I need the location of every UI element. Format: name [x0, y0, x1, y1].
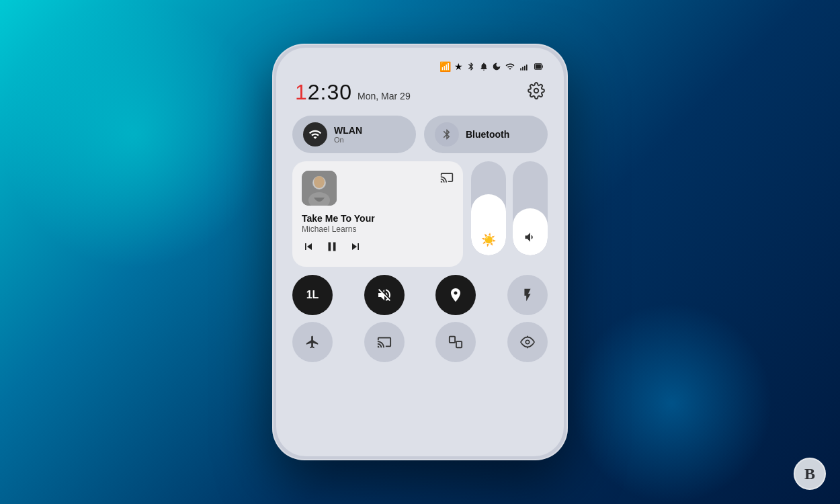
volume-icon: [523, 230, 537, 247]
bell-icon-status: [479, 62, 489, 71]
svg-rect-5: [542, 65, 543, 68]
media-sliders-row: Take Me To Your Michael Learns: [290, 161, 550, 267]
wifi-icon-status: [505, 62, 515, 71]
mute-button[interactable]: [364, 275, 405, 315]
location-button[interactable]: [435, 275, 476, 315]
status-icons: 📶 ★: [439, 61, 545, 72]
wlan-sub: On: [334, 136, 362, 144]
clock-remaining: 2:30: [308, 80, 352, 104]
svg-rect-1: [522, 67, 523, 71]
wlan-toggle[interactable]: WLAN On: [292, 116, 416, 153]
status-bar: 📶 ★: [290, 58, 550, 77]
airplane-icon: [305, 335, 320, 349]
wlan-label: WLAN: [334, 125, 362, 136]
location-icon: [448, 287, 464, 303]
multiwindow-icon: [448, 335, 463, 349]
svg-rect-2: [524, 66, 526, 71]
bluetooth-text: Bluetooth: [466, 129, 509, 140]
quick-actions-row2: [290, 322, 550, 362]
media-controls: [302, 239, 454, 257]
signal-icon-status: [519, 62, 530, 71]
flashlight-button[interactable]: [507, 275, 548, 315]
eye-mode-button[interactable]: [507, 322, 548, 362]
phone-frame: 📶 ★ 12:30 Mon, Mar 29: [272, 44, 568, 460]
wlan-icon: [303, 122, 327, 146]
airplane-button[interactable]: [292, 322, 333, 362]
svg-point-7: [534, 88, 539, 93]
bluetooth-status-icon: 📶: [439, 61, 451, 72]
clock-time: 12:30: [295, 80, 352, 105]
watermark: B: [793, 457, 827, 491]
svg-rect-14: [456, 341, 462, 347]
svg-point-15: [526, 340, 530, 344]
clock-row: 12:30 Mon, Mar 29: [290, 77, 550, 116]
svg-point-12: [314, 176, 325, 188]
album-art: [302, 171, 337, 206]
toggle-row: WLAN On Bluetooth: [290, 116, 550, 153]
bluetooth-icon-status: [466, 62, 476, 71]
svg-rect-0: [520, 68, 521, 71]
cast-icon[interactable]: [440, 171, 454, 187]
screencast-button[interactable]: [364, 322, 405, 362]
media-top: [302, 171, 454, 206]
bluetooth-label: Bluetooth: [466, 129, 509, 140]
settings-button[interactable]: [528, 82, 545, 103]
oneL-label: 1L: [306, 289, 319, 301]
mute-icon: [376, 287, 392, 303]
next-button[interactable]: [349, 240, 362, 257]
moon-icon-status: [492, 62, 501, 71]
clock-red-digit: 1: [295, 80, 308, 104]
svg-text:B: B: [804, 465, 815, 482]
quick-actions-row1: 1L: [290, 275, 550, 315]
multiwindow-button[interactable]: [435, 322, 476, 362]
brightness-slider[interactable]: ☀️: [471, 161, 506, 255]
prev-button[interactable]: [302, 240, 315, 257]
flashlight-icon: [520, 288, 535, 302]
screencast-icon: [377, 335, 392, 349]
volume-slider[interactable]: [513, 161, 548, 255]
eye-icon: [520, 335, 535, 349]
svg-rect-13: [450, 337, 455, 343]
media-info: Take Me To Your Michael Learns: [302, 212, 454, 234]
bg-glow-left: [0, 0, 269, 269]
bluetooth-toggle[interactable]: Bluetooth: [424, 116, 548, 153]
oneL-button[interactable]: 1L: [292, 275, 333, 315]
media-title: Take Me To Your: [302, 212, 454, 224]
phone-screen: 📶 ★ 12:30 Mon, Mar 29: [276, 48, 564, 456]
brightness-icon: ☀️: [481, 233, 496, 247]
svg-rect-3: [526, 65, 528, 71]
bluetooth-icon: [435, 122, 459, 146]
svg-rect-6: [536, 65, 541, 69]
clock-date: Mon, Mar 29: [358, 91, 411, 101]
media-artist: Michael Learns: [302, 224, 454, 234]
sliders-col: ☀️: [471, 161, 548, 267]
media-card[interactable]: Take Me To Your Michael Learns: [292, 161, 463, 267]
bg-glow-right: [571, 302, 773, 504]
battery-icon-status: [533, 62, 545, 71]
clock-left: 12:30 Mon, Mar 29: [295, 80, 411, 105]
wlan-text: WLAN On: [334, 125, 362, 144]
bluetooth-icon-small: ★: [454, 61, 463, 72]
pause-button[interactable]: [325, 239, 339, 257]
